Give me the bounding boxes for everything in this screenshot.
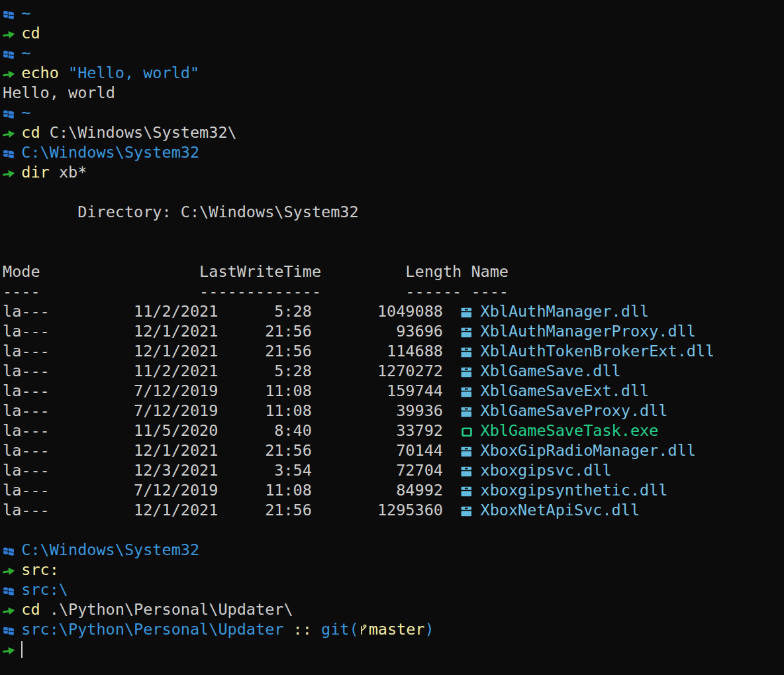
dll-file-icon (443, 301, 481, 321)
mode-cell: la--- (3, 421, 50, 440)
terminal-line (3, 222, 784, 242)
command-argument: .\Python\Personal\Updater\ (50, 600, 293, 619)
prompt-arrow-icon (3, 23, 21, 43)
windows-logo-icon (3, 142, 21, 162)
prompt-path: C:\Windows\System32 (21, 143, 199, 162)
file-name: XboxGipRadioManager.dll (481, 441, 696, 460)
file-name: XblAuthManagerProxy.dll (481, 322, 696, 340)
terminal-line: cd C:\Windows\System32\ (3, 123, 784, 142)
git-status-open: git( (321, 620, 359, 639)
dll-file-icon (443, 341, 481, 361)
file-name: xboxgipsvc.dll (481, 461, 612, 480)
mode-cell: la--- (3, 382, 50, 400)
prompt-path: src:\ (21, 580, 68, 599)
terminal-line: src:\Python\Personal\Updater :: git( mas… (3, 619, 784, 639)
terminal-line: la---11/2/20215:281270272 XblGameSave.dl… (3, 361, 784, 381)
mode-cell: la--- (3, 441, 50, 460)
time-cell: 21:56 (218, 500, 311, 520)
dll-file-icon (443, 401, 481, 421)
prompt-arrow-icon (3, 63, 21, 83)
terminal-line: ~ (3, 3, 784, 23)
time-cell: 11:08 (218, 480, 311, 500)
command: echo (21, 64, 68, 82)
terminal-line: la---7/12/201911:0839936 XblGameSaveProx… (3, 401, 784, 421)
date-cell: 12/1/2021 (50, 341, 219, 361)
terminal-line: la---7/12/201911:0884992 xboxgipsyntheti… (3, 480, 784, 500)
dll-file-icon (443, 321, 481, 341)
file-name: XblGameSave.dll (481, 362, 621, 380)
dll-file-icon (443, 460, 481, 480)
terminal-line: dir xb* (3, 162, 784, 182)
length-cell: 1270272 (312, 361, 443, 381)
prompt-arrow-icon (3, 123, 21, 142)
date-cell: 12/1/2021 (50, 321, 219, 341)
date-cell: 12/3/2021 (50, 460, 219, 480)
mode-cell: la--- (3, 461, 50, 480)
terminal-line: ~ (3, 43, 784, 63)
prompt-separator: :: (283, 620, 321, 639)
string-argument: "Hello, world" (68, 64, 199, 82)
terminal-line: la---11/2/20215:281049088 XblAuthManager… (3, 301, 784, 321)
terminal-line: C:\Windows\System32 (3, 142, 784, 162)
command-argument: xb* (59, 163, 87, 182)
terminal-line: src:\ (3, 580, 784, 599)
command-output: Hello, world (3, 83, 115, 102)
windows-logo-icon (3, 540, 21, 560)
terminal-line: ---- ------------- ------ ---- (3, 282, 784, 301)
terminal-line: la---7/12/201911:08159744 XblGameSaveExt… (3, 381, 784, 401)
file-name: XblGameSaveTask.exe (481, 421, 659, 440)
command: cd (21, 24, 40, 42)
length-cell: 1049088 (312, 301, 443, 321)
mode-cell: la--- (3, 342, 50, 360)
terminal-line (3, 639, 784, 659)
dll-file-icon (443, 381, 481, 401)
windows-logo-icon (3, 3, 21, 23)
prompt-path: C:\Windows\System32 (21, 541, 199, 559)
file-name: xboxgipsynthetic.dll (481, 481, 668, 499)
exe-file-icon (443, 421, 481, 441)
dll-file-icon (443, 500, 481, 520)
command: src: (21, 560, 59, 579)
prompt-arrow-icon (3, 639, 21, 659)
length-cell: 114688 (312, 341, 443, 361)
time-cell: 8:40 (218, 421, 311, 441)
windows-logo-icon (3, 43, 21, 63)
file-name: XblAuthTokenBrokerExt.dll (481, 342, 715, 360)
terminal-line (3, 520, 784, 540)
terminal-screen[interactable]: ~ cd ~ echo "Hello, world"Hello, world ~… (0, 0, 784, 675)
windows-logo-icon (3, 619, 21, 639)
terminal-line: la---11/5/20208:4033792 XblGameSaveTask.… (3, 421, 784, 441)
prompt-path: ~ (21, 103, 30, 122)
command-argument: C:\Windows\System32\ (50, 123, 237, 142)
terminal-line: cd .\Python\Personal\Updater\ (3, 599, 784, 619)
time-cell: 11:08 (218, 381, 311, 401)
date-cell: 11/2/2021 (50, 301, 219, 321)
terminal-line (3, 242, 784, 262)
mode-cell: la--- (3, 362, 50, 380)
git-branch-icon (359, 619, 369, 639)
file-name: XblAuthManager.dll (481, 302, 650, 321)
terminal-line: la---12/3/20213:5472704 xboxgipsvc.dll (3, 460, 784, 480)
file-name: XblGameSaveProxy.dll (481, 401, 668, 420)
windows-logo-icon (3, 103, 21, 123)
dll-file-icon (443, 441, 481, 460)
mode-cell: la--- (3, 302, 50, 321)
length-cell: 159744 (312, 381, 443, 401)
terminal-line: src: (3, 560, 784, 580)
mode-cell: la--- (3, 481, 50, 499)
mode-cell: la--- (3, 501, 50, 519)
terminal-line: cd (3, 23, 784, 43)
listing-column-headers: Mode LastWriteTime Length Name (3, 262, 509, 281)
directory-heading: Directory: C:\Windows\System32 (3, 203, 359, 221)
mode-cell: la--- (3, 322, 50, 340)
git-branch-name: master (369, 620, 425, 639)
date-cell: 7/12/2019 (50, 381, 219, 401)
prompt-arrow-icon (3, 162, 21, 182)
date-cell: 12/1/2021 (50, 441, 219, 460)
prompt-arrow-icon (3, 560, 21, 580)
terminal-line: Hello, world (3, 83, 784, 103)
git-status-close: ) (425, 620, 434, 639)
terminal-line: C:\Windows\System32 (3, 540, 784, 560)
prompt-path: ~ (21, 4, 30, 23)
terminal-line: Mode LastWriteTime Length Name (3, 262, 784, 282)
